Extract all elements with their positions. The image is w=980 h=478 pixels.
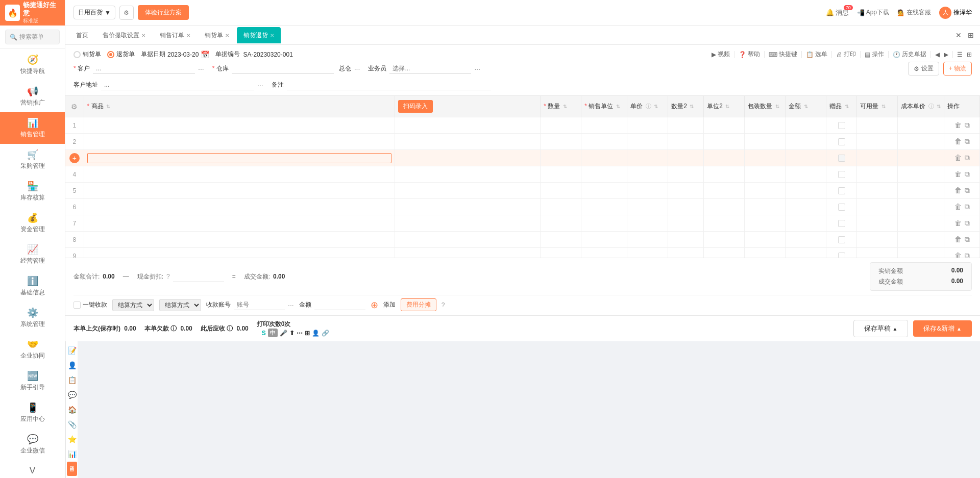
row3-unit2[interactable]: [704, 150, 745, 166]
split-fee-button[interactable]: 费用分摊: [401, 298, 436, 311]
salesperson-input[interactable]: [389, 63, 471, 74]
sidebar-item-cooperation[interactable]: 🤝 企业协同: [0, 334, 65, 365]
tab-close-all-button[interactable]: ✕: [953, 30, 964, 40]
row8-delete-icon[interactable]: 🗑: [954, 235, 962, 244]
price-info-icon[interactable]: ⓘ: [646, 103, 651, 109]
qty2-sort-icon[interactable]: ⇅: [690, 104, 694, 109]
operate-button[interactable]: ▤ 操作: [865, 50, 884, 59]
right-panel-icon-3[interactable]: 📋: [67, 373, 77, 387]
settlement-select[interactable]: 结算方式: [112, 299, 154, 311]
add-row-button[interactable]: +: [69, 153, 80, 163]
account-picker-button[interactable]: ···: [288, 301, 294, 309]
row1-unit[interactable]: [581, 117, 627, 134]
tab-home[interactable]: 首页: [69, 27, 95, 43]
row2-unit2[interactable]: [704, 134, 745, 150]
sidebar-item-basic[interactable]: ℹ️ 基础信息: [0, 270, 65, 302]
row2-avail[interactable]: [857, 134, 898, 150]
tab-price-setting[interactable]: 售价提取设置 ✕: [96, 27, 152, 43]
row1-gift[interactable]: [826, 117, 857, 134]
customer-picker-button[interactable]: ···: [198, 65, 204, 73]
tab-sales-delivery-close[interactable]: ✕: [225, 33, 229, 38]
row7-copy-icon[interactable]: ⧉: [965, 219, 970, 228]
price-sort-icon[interactable]: ⇅: [654, 104, 658, 109]
customer-input[interactable]: [93, 63, 195, 74]
row3-qty[interactable]: [541, 150, 581, 166]
message-button[interactable]: 🔔 消息 70: [826, 8, 849, 17]
row1-qty2[interactable]: [668, 117, 704, 134]
pack-sort-icon[interactable]: ⇅: [775, 104, 779, 109]
table-settings-icon[interactable]: ⚙: [71, 103, 78, 111]
notes-input[interactable]: [287, 80, 491, 90]
row2-delete-icon[interactable]: 🗑: [954, 137, 962, 146]
logistics-button[interactable]: + 物流: [943, 62, 972, 76]
radio-sales-delivery[interactable]: 销货单: [74, 50, 101, 59]
cost-info-icon[interactable]: ⓘ: [928, 103, 934, 109]
gift-sort-icon[interactable]: ⇅: [845, 104, 849, 109]
help-button[interactable]: ❓ 帮助: [739, 50, 760, 59]
online-service-button[interactable]: 💁 在线客服: [897, 8, 931, 17]
row3-copy-icon[interactable]: ⧉: [965, 154, 970, 162]
sidebar-item-quicknav[interactable]: 🧭 快捷导航: [0, 49, 65, 81]
row5-delete-icon[interactable]: 🗑: [954, 186, 962, 195]
tab-sales-return-close[interactable]: ✕: [270, 33, 274, 38]
row1-price[interactable]: [627, 117, 668, 134]
row1-unit2[interactable]: [704, 117, 745, 134]
right-panel-icon-7[interactable]: ⭐: [67, 432, 77, 446]
right-panel-icon-6[interactable]: 📎: [67, 417, 77, 432]
row2-qty2[interactable]: [668, 134, 704, 150]
view-grid-button[interactable]: ⊞: [967, 51, 972, 58]
shortcut-button[interactable]: ⌨ 快捷键: [769, 50, 797, 59]
row2-product[interactable]: [84, 134, 395, 150]
row1-copy-icon[interactable]: ⧉: [965, 121, 970, 130]
tab-sales-delivery[interactable]: 销货单 ✕: [198, 27, 236, 43]
sidebar-item-purchase[interactable]: 🛒 采购管理: [0, 144, 65, 175]
right-panel-icon-8[interactable]: 📊: [67, 447, 77, 461]
add-payment-button[interactable]: ⊕: [371, 299, 378, 311]
user-info[interactable]: 人 徐泽华: [939, 7, 972, 19]
search-button[interactable]: 🔍 搜索菜单: [5, 30, 60, 44]
row3-qty2[interactable]: [668, 150, 704, 166]
row1-cost[interactable]: [898, 117, 944, 134]
unit2-sort-icon[interactable]: ⇅: [725, 104, 729, 109]
tab-sales-order[interactable]: 销售订单 ✕: [153, 27, 197, 43]
row3-gift[interactable]: [826, 150, 857, 166]
row3-price[interactable]: [627, 150, 668, 166]
row9-copy-icon[interactable]: ⧉: [965, 251, 970, 258]
row6-delete-icon[interactable]: 🗑: [954, 203, 962, 211]
sidebar-item-newguide[interactable]: 🆕 新手引导: [0, 365, 65, 397]
sidebar-item-sales[interactable]: 📊 销售管理: [0, 112, 65, 144]
row2-amount[interactable]: [786, 134, 826, 150]
address-picker-button[interactable]: ···: [257, 81, 263, 89]
row1-gift-checkbox[interactable]: [838, 122, 845, 129]
doc-settings-button[interactable]: ⚙ 设置: [908, 62, 939, 76]
sidebar-item-wechat[interactable]: 💬 企业微信: [0, 429, 65, 460]
print-button[interactable]: 🖨 打印: [836, 50, 856, 59]
row6-copy-icon[interactable]: ⧉: [965, 203, 970, 211]
discount-info-icon[interactable]: ?: [166, 273, 170, 280]
payment-amount-input[interactable]: [314, 299, 365, 310]
row2-qty[interactable]: [541, 134, 581, 150]
header-settings-button[interactable]: ⚙: [119, 6, 134, 20]
split-info-icon[interactable]: ?: [442, 301, 445, 309]
discount-input[interactable]: [173, 271, 224, 282]
save-draft-button[interactable]: 保存草稿 ▲: [853, 320, 909, 337]
cost-sort-icon[interactable]: ⇅: [937, 104, 941, 109]
row3-pack[interactable]: [745, 150, 786, 166]
cur-due-info-icon[interactable]: ⓘ: [170, 325, 177, 332]
sidebar-item-finance[interactable]: 💰 资金管理: [0, 207, 65, 239]
row1-amount[interactable]: [786, 117, 826, 134]
row3-product-input[interactable]: [87, 153, 391, 163]
row3-product[interactable]: [84, 150, 395, 166]
customer-address-input[interactable]: [101, 80, 254, 90]
warehouse-input[interactable]: [232, 63, 334, 74]
row5-copy-icon[interactable]: ⧉: [965, 186, 970, 195]
tab-price-setting-close[interactable]: ✕: [141, 33, 145, 38]
right-panel-icon-1[interactable]: 📝: [67, 343, 77, 358]
calendar-icon[interactable]: 📅: [201, 51, 209, 59]
next-record-button[interactable]: ▶: [944, 51, 948, 58]
row3-cost[interactable]: [898, 150, 944, 166]
prev-record-button[interactable]: ◀: [935, 51, 940, 58]
calc-select[interactable]: 结算方式: [159, 299, 201, 311]
product-sort-icon[interactable]: ⇅: [106, 104, 110, 109]
unit-sort-icon[interactable]: ⇅: [616, 104, 620, 109]
